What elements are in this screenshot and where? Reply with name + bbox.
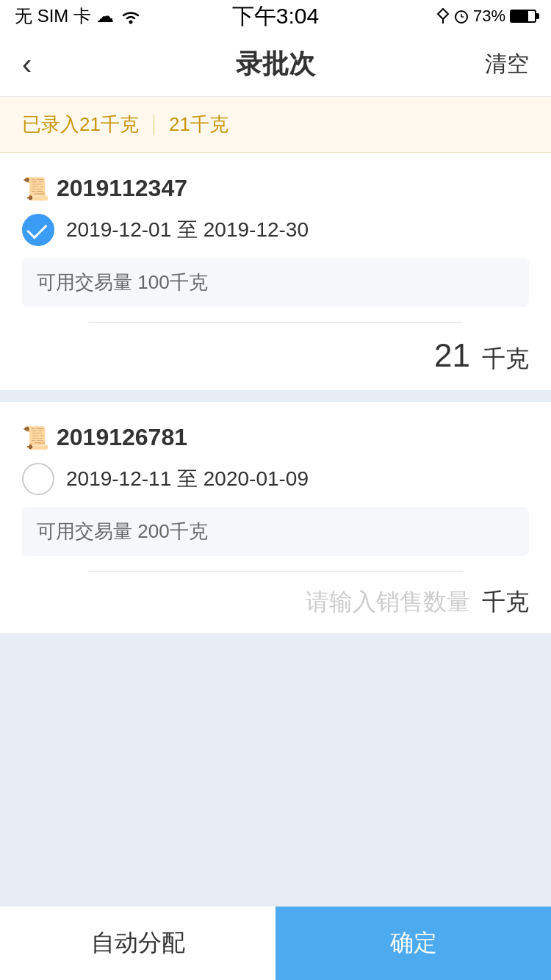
status-time: 下午3:04 <box>232 1 319 32</box>
confirm-button[interactable]: 确定 <box>276 907 551 980</box>
alarm-icon <box>454 8 469 24</box>
quantity-input[interactable] <box>176 588 470 616</box>
page-title: 录批次 <box>236 46 315 82</box>
amount-row-1: 21 千克 <box>0 323 551 390</box>
recorded-value: 21千克 <box>169 112 228 137</box>
nav-bar: ‹ 录批次 清空 <box>0 32 551 97</box>
input-unit-2: 千克 <box>482 586 529 619</box>
info-banner: 已录入21千克 21千克 <box>0 97 551 153</box>
wifi-icon <box>120 8 142 24</box>
status-right: 73% <box>436 7 536 26</box>
sim-label: 无 SIM 卡 ☁ <box>15 4 114 28</box>
batch-icon-2: 📜 <box>22 425 49 450</box>
status-left: 无 SIM 卡 ☁ <box>15 4 142 28</box>
auto-distribute-button[interactable]: 自动分配 <box>0 907 276 980</box>
batch-header-1: 📜 2019112347 <box>22 175 529 202</box>
clear-button[interactable]: 清空 <box>485 49 529 79</box>
batch-id-2: 2019126781 <box>57 424 187 451</box>
card-separator <box>0 390 551 402</box>
avail-box-2: 可用交易量 200千克 <box>22 507 529 556</box>
batch-card-2: 📜 2019126781 2019-12-11 至 2020-01-09 可用交… <box>0 402 551 633</box>
recorded-label: 已录入21千克 <box>22 112 139 137</box>
battery-percent: 73% <box>473 7 505 26</box>
batch-date-row-2: 2019-12-11 至 2020-01-09 <box>22 463 529 495</box>
input-row-2: 千克 <box>0 572 551 633</box>
bottom-bar: 自动分配 确定 <box>0 907 551 980</box>
page-content: 已录入21千克 21千克 📜 2019112347 2019-12-01 至 2… <box>0 97 551 980</box>
batch-id-1: 2019112347 <box>57 175 187 202</box>
batch-date-row-1: 2019-12-01 至 2019-12-30 <box>22 214 529 246</box>
amount-value-1: 21 <box>434 337 470 374</box>
back-button[interactable]: ‹ <box>22 48 66 81</box>
batch-card-1: 📜 2019112347 2019-12-01 至 2019-12-30 可用交… <box>0 153 551 390</box>
svg-point-0 <box>129 21 132 24</box>
batch-date-1: 2019-12-01 至 2019-12-30 <box>66 216 309 244</box>
amount-unit-1: 千克 <box>482 343 529 375</box>
radio-1[interactable] <box>22 214 54 246</box>
radio-2[interactable] <box>22 463 54 495</box>
batch-header-2: 📜 2019126781 <box>22 424 529 451</box>
status-bar: 无 SIM 卡 ☁ 下午3:04 73% <box>0 0 551 32</box>
location-icon <box>436 8 450 24</box>
batch-icon-1: 📜 <box>22 176 49 201</box>
batch-date-2: 2019-12-11 至 2020-01-09 <box>66 465 309 493</box>
battery-icon <box>510 10 536 23</box>
avail-box-1: 可用交易量 100千克 <box>22 258 529 307</box>
info-divider <box>154 115 154 135</box>
bg-area <box>0 633 551 927</box>
